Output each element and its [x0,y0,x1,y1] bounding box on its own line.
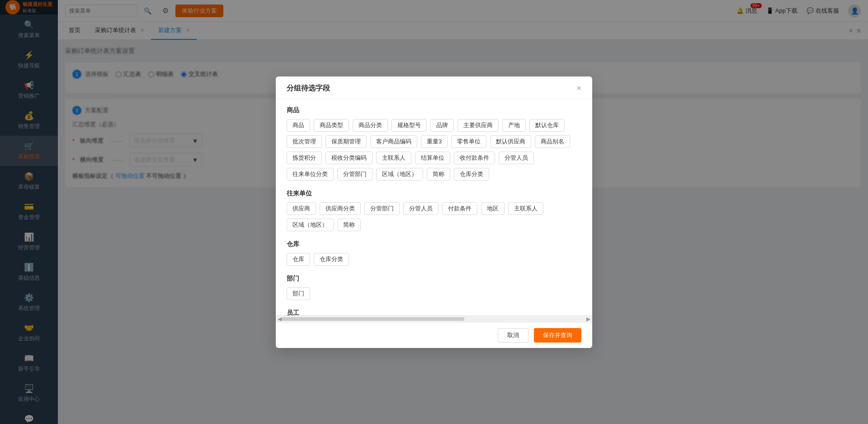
field-tag-product-24[interactable]: 简称 [427,168,450,181]
field-section-department: 部门部门 [287,275,581,300]
field-tag-product-15[interactable]: 拣货积分 [287,152,322,164]
field-section-title-employee: 员工 [287,309,581,315]
field-section-title-department: 部门 [287,275,581,283]
field-tag-product-22[interactable]: 分管部门 [337,168,373,181]
modal-footer: 取消 保存并查询 [276,322,592,348]
scroll-track [282,317,586,321]
field-tag-partner-4[interactable]: 付款条件 [442,202,477,215]
field-tag-partner-7[interactable]: 区域（地区） [287,219,334,231]
modal-title: 分组待选字段 [287,84,330,93]
field-tag-product-10[interactable]: 客户商品编码 [370,135,417,148]
field-tag-partner-0[interactable]: 供应商 [287,202,316,215]
field-tag-product-5[interactable]: 主要供应商 [458,119,499,132]
field-section-title-warehouse: 仓库 [287,240,581,248]
field-select-modal: 分组待选字段 × 商品商品商品类型商品分类规格型号品牌主要供应商产地默认仓库批次… [276,76,592,348]
modal-body: 商品商品商品类型商品分类规格型号品牌主要供应商产地默认仓库批次管理保质期管理客户… [276,99,592,315]
field-tag-product-12[interactable]: 零售单位 [451,135,486,148]
field-tag-product-11[interactable]: 重量3 [421,135,448,148]
field-tag-product-16[interactable]: 税收分类编码 [326,152,373,164]
scroll-left-btn[interactable]: ◀ [278,316,282,322]
field-tag-product-7[interactable]: 默认仓库 [529,119,565,132]
field-tag-product-20[interactable]: 分管人员 [499,152,534,164]
field-tag-product-25[interactable]: 仓库分类 [454,168,489,181]
confirm-button[interactable]: 保存并查询 [534,328,581,343]
field-tags-partner: 供应商供应商分类分管部门分管人员付款条件地区主联系人区域（地区）简称 [287,202,581,231]
field-section-title-product: 商品 [287,106,581,114]
scroll-thumb [282,317,464,321]
field-tag-product-2[interactable]: 商品分类 [353,119,388,132]
field-tag-partner-2[interactable]: 分管部门 [364,202,400,215]
field-tags-department: 部门 [287,287,581,300]
field-section-warehouse: 仓库仓库仓库分类 [287,240,581,266]
modal-horizontal-scrollbar[interactable]: ◀ ▶ [276,315,592,322]
modal-header: 分组待选字段 × [276,76,592,99]
field-tags-warehouse: 仓库仓库分类 [287,253,581,266]
field-tag-department-0[interactable]: 部门 [287,287,310,300]
field-tag-partner-6[interactable]: 主联系人 [508,202,543,215]
field-tag-product-1[interactable]: 商品类型 [314,119,349,132]
field-section-employee: 员工业务员 [287,309,581,315]
cancel-button[interactable]: 取消 [498,328,528,343]
field-tag-product-23[interactable]: 区域（地区） [376,168,423,181]
field-tag-product-21[interactable]: 往来单位分类 [287,168,334,181]
field-tags-product: 商品商品类型商品分类规格型号品牌主要供应商产地默认仓库批次管理保质期管理客户商品… [287,119,581,181]
modal-overlay: 分组待选字段 × 商品商品商品类型商品分类规格型号品牌主要供应商产地默认仓库批次… [0,0,868,424]
field-section-product: 商品商品商品类型商品分类规格型号品牌主要供应商产地默认仓库批次管理保质期管理客户… [287,106,581,181]
field-tag-product-3[interactable]: 规格型号 [392,119,427,132]
modal-close-btn[interactable]: × [576,84,581,92]
field-tag-partner-8[interactable]: 简称 [337,219,361,231]
field-tag-warehouse-1[interactable]: 仓库分类 [314,253,349,266]
field-tag-product-6[interactable]: 产地 [502,119,526,132]
field-tag-product-17[interactable]: 主联系人 [376,152,411,164]
field-tag-product-18[interactable]: 结算单位 [415,152,450,164]
field-section-partner: 往来单位供应商供应商分类分管部门分管人员付款条件地区主联系人区域（地区）简称 [287,190,581,231]
field-tag-product-9[interactable]: 保质期管理 [326,135,367,148]
field-tag-warehouse-0[interactable]: 仓库 [287,253,310,266]
field-tag-product-13[interactable]: 默认供应商 [490,135,531,148]
scroll-right-btn[interactable]: ▶ [586,316,590,322]
field-tag-partner-5[interactable]: 地区 [481,202,505,215]
field-tag-product-4[interactable]: 品牌 [430,119,454,132]
field-section-title-partner: 往来单位 [287,190,581,198]
field-tag-product-0[interactable]: 商品 [287,119,310,132]
field-tag-partner-1[interactable]: 供应商分类 [320,202,361,215]
field-tag-product-14[interactable]: 商品别名 [535,135,570,148]
field-tag-partner-3[interactable]: 分管人员 [403,202,439,215]
field-tag-product-19[interactable]: 收付款条件 [454,152,495,164]
field-tag-product-8[interactable]: 批次管理 [287,135,322,148]
